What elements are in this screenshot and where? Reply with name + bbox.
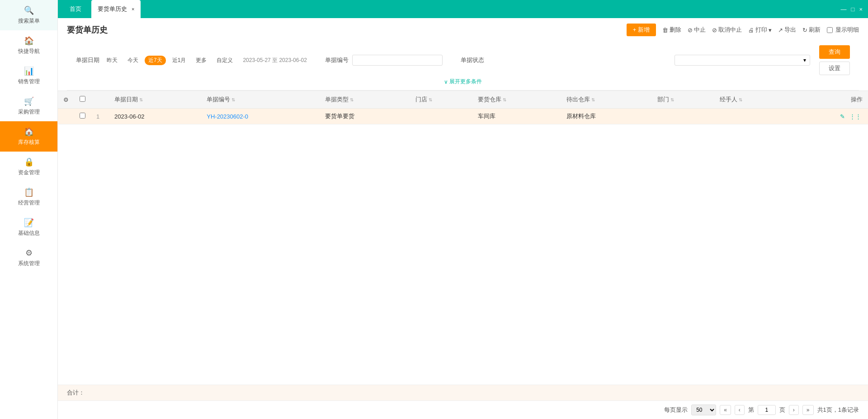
row-handler-0: [714, 109, 790, 124]
page-toolbar: + 新增 🗑 删除 ⊘ 中止 ⊘ 取消中止 🖨 打: [627, 24, 859, 36]
window-controls: — □ ×: [841, 6, 863, 13]
date-btn-today[interactable]: 今天: [124, 56, 142, 65]
show-detail-input[interactable]: [827, 27, 833, 33]
finance-icon: 🔒: [24, 157, 34, 167]
show-detail-checkbox[interactable]: 显示明细: [827, 26, 859, 34]
date-btn-7days[interactable]: 近7天: [145, 56, 166, 65]
purchase-icon: 🛒: [24, 96, 34, 106]
sidebar-label-inventory: 库存核算: [18, 138, 40, 146]
date-range-display: 2023-05-27 至 2023-06-02: [243, 57, 307, 64]
topbar: 首页 要货单历史 × — □ ×: [58, 0, 868, 18]
print-chevron-icon: ▾: [769, 27, 772, 33]
col-req-warehouse[interactable]: 要货仓库⇅: [472, 91, 561, 109]
col-handler[interactable]: 经手人⇅: [714, 91, 790, 109]
pagination: 每页显示 50 100 200 « ‹ 第 页 › » 共1页，1条记录: [58, 400, 868, 419]
row-wait-warehouse-0: 原材料仓库: [561, 109, 652, 124]
cancel-stop-button[interactable]: ⊘ 取消中止: [712, 26, 742, 34]
query-button[interactable]: 查询: [819, 45, 850, 59]
expand-icon: ∨: [444, 79, 448, 85]
docno-input[interactable]: [352, 55, 443, 66]
row-checkbox-cell: [74, 109, 91, 124]
first-page-btn[interactable]: «: [720, 405, 731, 415]
date-btn-custom[interactable]: 自定义: [213, 56, 236, 65]
expand-more-row: ∨ 展开更多条件: [76, 75, 850, 86]
row-edit-btn-0[interactable]: ✎: [840, 113, 845, 120]
home-tab-label: 首页: [70, 5, 81, 13]
col-docno[interactable]: 单据编号⇅: [201, 91, 319, 109]
row-req-warehouse-0: 车间库: [472, 109, 561, 124]
page-suffix: 页: [779, 406, 785, 414]
table-footer-summary: 合计：: [58, 385, 868, 400]
window-close-btn[interactable]: ×: [859, 6, 863, 13]
delete-button[interactable]: 🗑 删除: [662, 26, 681, 34]
base-icon: 📝: [24, 218, 34, 228]
next-page-btn[interactable]: ›: [789, 405, 799, 415]
sidebar-item-sales[interactable]: 📊销售管理: [0, 61, 57, 91]
expand-more-button[interactable]: ∨ 展开更多条件: [444, 78, 482, 86]
sidebar-item-search[interactable]: 🔍搜索菜单: [0, 0, 57, 30]
row-more-btn-0[interactable]: ⋮⋮: [849, 113, 861, 120]
operation-icon: 📋: [24, 187, 34, 197]
col-department[interactable]: 部门⇅: [652, 91, 714, 109]
docno-filter-label: 单据编号: [325, 56, 349, 64]
print-button[interactable]: 🖨 打印 ▾: [748, 26, 772, 34]
sidebar-item-base[interactable]: 📝基础信息: [0, 212, 57, 243]
col-num: [91, 91, 109, 109]
col-wait-warehouse[interactable]: 待出仓库⇅: [561, 91, 652, 109]
stop-button[interactable]: ⊘ 中止: [688, 26, 706, 34]
row-action-0: ✎ ⋮⋮: [790, 109, 868, 124]
tab-close-icon[interactable]: ×: [132, 6, 134, 12]
row-store-0: [410, 109, 472, 124]
export-button[interactable]: ↗ 导出: [778, 26, 796, 34]
row-doctype-0: 要货单要货: [320, 109, 410, 124]
cancel-stop-icon: ⊘: [712, 27, 717, 33]
col-doctype[interactable]: 单据类型⇅: [320, 91, 410, 109]
select-all-checkbox[interactable]: [80, 96, 85, 102]
row-num-0: 1: [91, 109, 109, 124]
row-settings-cell: [58, 109, 74, 124]
date-btn-1month[interactable]: 近1月: [169, 56, 190, 65]
main-area: 首页 要货单历史 × — □ × 要货单历史 + 新增 🗑 删除: [58, 0, 868, 419]
col-action: 操作: [790, 91, 868, 109]
print-icon: 🖨: [748, 27, 754, 33]
system-icon: ⚙: [25, 248, 33, 258]
docstatus-filter-group: 单据状态 ▾: [461, 55, 810, 66]
tab-home[interactable]: 首页: [63, 0, 88, 18]
minimize-btn[interactable]: —: [841, 6, 847, 13]
maximize-btn[interactable]: □: [851, 6, 855, 13]
col-settings[interactable]: ⚙: [58, 91, 74, 109]
search-icon: 🔍: [24, 5, 34, 15]
sidebar-item-purchase[interactable]: 🛒采购管理: [0, 91, 57, 121]
docstatus-select[interactable]: ▾: [675, 55, 810, 66]
docstatus-filter-label: 单据状态: [461, 56, 484, 64]
refresh-button[interactable]: ↻ 刷新: [802, 26, 821, 34]
filter-area: 单据日期 昨天 今天 近7天 近1月 更多 自定义 2023-05-27 至 2…: [67, 41, 859, 90]
date-btn-more[interactable]: 更多: [192, 56, 210, 65]
sidebar-item-inventory[interactable]: 🏠库存核算: [0, 121, 57, 152]
new-button[interactable]: + 新增: [627, 24, 656, 36]
filter-settings-button[interactable]: 设置: [819, 62, 850, 75]
date-filter-group: 单据日期 昨天 今天 近7天 近1月 更多 自定义 2023-05-27 至 2…: [76, 56, 307, 65]
summary-label: 合计：: [67, 389, 85, 396]
col-store[interactable]: 门店⇅: [410, 91, 472, 109]
sidebar: 🔍搜索菜单🏠快捷导航📊销售管理🛒采购管理🏠库存核算🔒资金管理📋经营管理📝基础信息…: [0, 0, 58, 419]
sidebar-item-finance[interactable]: 🔒资金管理: [0, 152, 57, 182]
date-filter-label: 单据日期: [76, 56, 99, 64]
row-checkbox-0[interactable]: [80, 113, 85, 119]
sales-icon: 📊: [24, 66, 34, 76]
sidebar-item-system[interactable]: ⚙系统管理: [0, 243, 57, 273]
active-tab-label: 要货单历史: [98, 5, 127, 13]
sidebar-label-search: 搜索菜单: [18, 17, 40, 25]
page-title: 要货单历史: [67, 24, 108, 35]
page-number-input[interactable]: [758, 405, 776, 415]
sidebar-item-operation[interactable]: 📋经营管理: [0, 182, 57, 212]
per-page-select[interactable]: 50 100 200: [691, 405, 716, 415]
col-date[interactable]: 单据日期⇅: [109, 91, 201, 109]
tab-active[interactable]: 要货单历史 ×: [91, 0, 141, 18]
sidebar-label-base: 基础信息: [18, 229, 40, 237]
date-btn-yesterday[interactable]: 昨天: [103, 56, 121, 65]
last-page-btn[interactable]: »: [802, 405, 814, 415]
sidebar-item-quicknav[interactable]: 🏠快捷导航: [0, 30, 57, 61]
row-docno-0: YH-20230602-0: [201, 109, 319, 124]
prev-page-btn[interactable]: ‹: [735, 405, 745, 415]
